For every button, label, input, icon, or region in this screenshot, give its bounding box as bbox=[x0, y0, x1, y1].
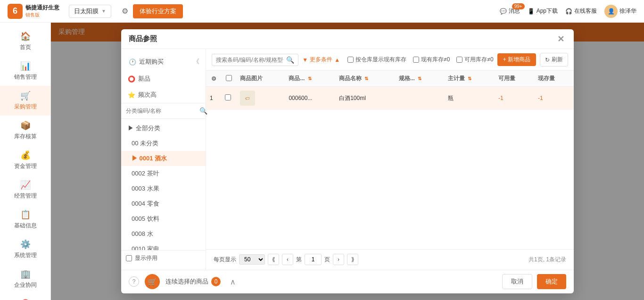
row-unit: 瓶 bbox=[444, 87, 495, 110]
finance-icon: 💰 bbox=[20, 150, 31, 160]
search-box[interactable]: 🔍 bbox=[212, 54, 298, 66]
category-tea[interactable]: 0002 茶叶 bbox=[121, 166, 206, 181]
category-unclassified[interactable]: 00 未分类 bbox=[121, 136, 206, 151]
enterprise-icon: 🏢 bbox=[20, 269, 31, 279]
new-products-icon: ⭕ bbox=[128, 75, 135, 83]
recent-purchase-item[interactable]: 🕐 近期购买 bbox=[126, 56, 166, 68]
sidebar-item-system[interactable]: ⚙️ 系统管理 bbox=[0, 234, 50, 264]
select-all-checkbox[interactable] bbox=[226, 75, 232, 81]
sort-name-icon: ⇅ bbox=[364, 76, 368, 81]
show-disabled-checkbox[interactable] bbox=[126, 255, 132, 261]
modal-left-nav: ⭕ 新品 ⭐ 频次高 bbox=[121, 71, 206, 103]
show-disabled-row: 显示停用 bbox=[121, 250, 206, 266]
th-unit[interactable]: 主计量 ⇅ bbox=[444, 71, 495, 87]
sidebar-label-purchase: 采购管理 bbox=[14, 103, 37, 111]
sidebar-item-home[interactable]: 🏠 首页 bbox=[0, 26, 50, 56]
page-size-select[interactable]: 50 100 200 bbox=[239, 254, 265, 265]
high-freq-label: 频次高 bbox=[138, 91, 157, 99]
star-icon: ⭐ bbox=[128, 92, 135, 99]
modal-right-panel: 🔍 ▼ 更多条件 ▲ 按仓库显示现有库存 bbox=[206, 49, 574, 270]
help-button[interactable]: ? bbox=[129, 276, 139, 287]
sidebar-item-operations[interactable]: 📈 经营管理 bbox=[0, 175, 50, 205]
logo-text: 畅捷通好生意 销售版 bbox=[25, 4, 59, 18]
chevron-up-icon: ▲ bbox=[334, 57, 340, 63]
modal-dialog: 商品参照 ✕ 🕐 近期购买 《 bbox=[121, 29, 574, 293]
high-frequency-item[interactable]: ⭐ 频次高 bbox=[121, 87, 206, 103]
customer-service-item[interactable]: 🎧 在线客服 bbox=[565, 7, 597, 15]
sidebar-item-finance[interactable]: 💰 资金管理 bbox=[0, 145, 50, 175]
checkbox-current-stock-nonzero[interactable]: 现有库存≠0 bbox=[413, 56, 450, 64]
sidebar-item-basic-info[interactable]: 📋 基础信息 bbox=[0, 205, 50, 234]
modal-close-button[interactable]: ✕ bbox=[555, 33, 566, 45]
fold-button[interactable]: ∧ bbox=[226, 275, 239, 288]
sidebar-label-basic-info: 基础信息 bbox=[14, 222, 37, 230]
operations-icon: 📈 bbox=[20, 180, 31, 190]
app-download-item[interactable]: 📱 App下载 bbox=[528, 7, 558, 15]
dropdown-label: 日太阳膜 bbox=[74, 7, 99, 16]
modal-left-panel: 🕐 近期购买 《 ⭕ 新品 ⭐ 频次高 bbox=[121, 49, 206, 270]
trial-btn[interactable]: 体验行业方案 bbox=[133, 4, 183, 18]
row-select-checkbox[interactable] bbox=[225, 94, 231, 100]
modal-body: 🕐 近期购买 《 ⭕ 新品 ⭐ 频次高 bbox=[121, 49, 574, 270]
sidebar-item-sales[interactable]: 📊 销售管理 bbox=[0, 56, 50, 86]
nav-dropdown[interactable]: 日太阳膜 ▼ bbox=[69, 5, 111, 18]
filter-button[interactable]: ▼ 更多条件 ▲ bbox=[302, 56, 340, 64]
th-checkbox[interactable] bbox=[221, 71, 236, 87]
sidebar-item-purchase[interactable]: 🛒 采购管理 bbox=[0, 86, 50, 116]
app-label: App下载 bbox=[537, 7, 558, 15]
row-image: 🏷 bbox=[236, 87, 285, 110]
last-page-button[interactable]: ⟫ bbox=[347, 254, 358, 265]
th-code[interactable]: 商品... ⇅ bbox=[285, 71, 335, 87]
category-water[interactable]: 0008 水 bbox=[121, 226, 206, 242]
category-drinks[interactable]: 0005 饮料 bbox=[121, 211, 206, 226]
modal-header: 商品参照 ✕ bbox=[121, 29, 574, 49]
next-page-button[interactable]: › bbox=[333, 254, 344, 265]
system-icon: ⚙️ bbox=[20, 239, 31, 250]
category-search-input[interactable] bbox=[126, 108, 197, 114]
new-products-item[interactable]: ⭕ 新品 bbox=[121, 71, 206, 87]
th-spec[interactable]: 规格... ⇅ bbox=[395, 71, 444, 87]
category-all[interactable]: ▶ 全部分类 bbox=[121, 121, 206, 136]
user-area[interactable]: 👤 徐泽华 bbox=[604, 5, 636, 18]
first-page-button[interactable]: ⟪ bbox=[268, 254, 279, 265]
table-row[interactable]: 1 🏷 000600... 白酒100ml bbox=[206, 87, 574, 110]
page-number-input[interactable] bbox=[305, 254, 322, 265]
checkbox-available-stock-nonzero[interactable]: 可用库存≠0 bbox=[456, 56, 493, 64]
row-checkbox[interactable] bbox=[221, 87, 236, 110]
confirm-button[interactable]: 确定 bbox=[537, 274, 566, 289]
page-word2: 页 bbox=[324, 256, 330, 264]
selected-count-area: 连续选择的商品 0 bbox=[165, 277, 221, 286]
category-appliances[interactable]: 0010 家电 bbox=[121, 242, 206, 250]
collapse-button[interactable]: 《 bbox=[191, 57, 201, 67]
chevron-down-icon: ▼ bbox=[101, 8, 106, 14]
cancel-button[interactable]: 取消 bbox=[502, 274, 532, 289]
warehouse-stock-label: 按仓库显示现有库存 bbox=[355, 56, 406, 64]
row-code: 000600... bbox=[285, 87, 335, 110]
sidebar-label-operations: 经营管理 bbox=[14, 192, 37, 200]
refresh-button[interactable]: ↻ C 刷新 刷新 bbox=[540, 53, 568, 67]
user-name: 徐泽华 bbox=[619, 7, 636, 15]
inventory-icon: 📦 bbox=[20, 120, 31, 131]
gear-icon[interactable]: ⚙ bbox=[122, 7, 128, 16]
product-search-input[interactable] bbox=[216, 57, 283, 63]
th-name[interactable]: 商品名称 ⇅ bbox=[335, 71, 395, 87]
th-settings[interactable]: ⚙ bbox=[206, 71, 221, 87]
th-stock: 现存量 bbox=[534, 71, 574, 87]
category-fruit[interactable]: 0003 水果 bbox=[121, 181, 206, 196]
purchase-icon: 🛒 bbox=[20, 91, 31, 101]
home-icon: 🏠 bbox=[20, 31, 31, 42]
checkbox-group: 按仓库显示现有库存 现有库存≠0 可用库存≠0 bbox=[347, 56, 494, 64]
footer-actions: 取消 确定 bbox=[502, 274, 566, 289]
sidebar-item-inventory[interactable]: 📦 库存核算 bbox=[0, 116, 50, 145]
add-product-button[interactable]: + 新增商品 bbox=[497, 53, 536, 66]
phone-icon: 📱 bbox=[528, 8, 535, 15]
sidebar-item-guide[interactable]: 🎯 新手引导 bbox=[0, 294, 50, 300]
category-snacks[interactable]: 0004 零食 bbox=[121, 196, 206, 211]
category-liquor[interactable]: ▶ 0001 酒水 bbox=[121, 151, 206, 166]
prev-page-button[interactable]: ‹ bbox=[282, 254, 293, 265]
recent-label: 近期购买 bbox=[139, 58, 164, 66]
sidebar-item-enterprise[interactable]: 🏢 企业协同 bbox=[0, 264, 50, 294]
message-icon-item[interactable]: 💬 消息 99+ bbox=[500, 7, 520, 15]
sort-spec-icon: ⇅ bbox=[418, 76, 421, 81]
checkbox-warehouse-stock[interactable]: 按仓库显示现有库存 bbox=[347, 56, 406, 64]
